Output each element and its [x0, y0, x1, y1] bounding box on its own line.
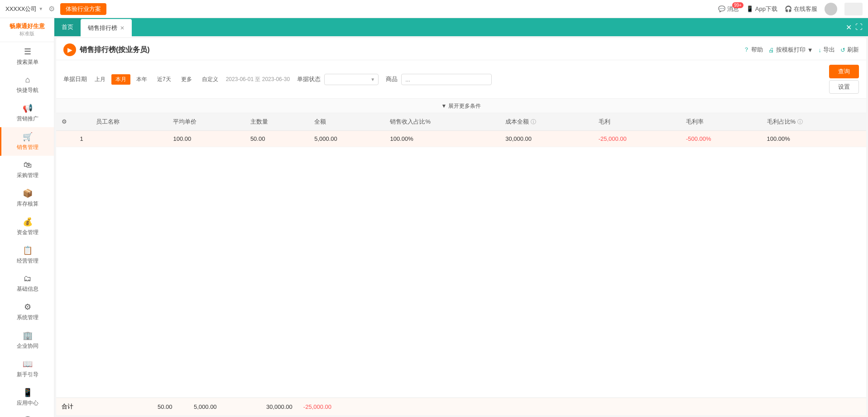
table-row: 1 100.00 50.00 5,000.00 100.00% 30,000.0…	[56, 130, 866, 147]
expand-toggle-btn[interactable]: ▶	[63, 43, 76, 56]
goods-input[interactable]	[401, 74, 492, 85]
cell-settings	[56, 130, 72, 147]
sidebar-item-label: 销售管理	[17, 144, 38, 151]
company-name: XXXXX公司	[5, 5, 37, 13]
system-icon: ⚙	[24, 302, 31, 312]
help-icon: ？	[743, 46, 749, 54]
sidebar-item-corp-collab[interactable]: 🏢 企业协同	[0, 326, 54, 355]
date-filter-group: 单据日期 上月 本月 本年 近7天 更多 自定义 2023-06-01 至 20…	[63, 74, 290, 85]
query-button[interactable]: 查询	[829, 65, 859, 78]
help-btn[interactable]: ？ 帮助	[743, 46, 763, 54]
cell-avg-price: 100.00	[168, 130, 245, 147]
date-tab-last-7-days[interactable]: 近7天	[153, 74, 175, 85]
window-close-icon[interactable]: ✕	[846, 23, 852, 32]
main-layout: 畅康通好生意 标准版 ☰ 搜索菜单 ⌂ 快捷导航 📢 营销推广 🛒 销售管理 🛍…	[0, 18, 868, 417]
col-avg-price: 平均单价	[168, 113, 245, 131]
export-btn[interactable]: ↓ 导出	[819, 46, 835, 54]
company-selector[interactable]: XXXXX公司 ▼	[5, 5, 43, 13]
footer-amount: 5,000.00	[188, 403, 225, 410]
sidebar-item-search-menu[interactable]: ☰ 搜索菜单	[0, 42, 54, 71]
sidebar-item-guide[interactable]: 📖 新手引导	[0, 355, 54, 383]
tab-close-icon[interactable]: ✕	[120, 25, 125, 31]
base-info-icon: 🗂	[24, 274, 32, 283]
print-icon: 🖨	[768, 47, 774, 53]
sidebar-item-finance[interactable]: 💰 资金管理	[0, 212, 54, 241]
sidebar-item-label: 资金管理	[17, 229, 38, 236]
status-select[interactable]	[324, 74, 379, 85]
tab-sales-ranking[interactable]: 销售排行榜 ✕	[81, 19, 132, 37]
refresh-icon: ↺	[840, 47, 845, 53]
column-settings-icon[interactable]: ⚙	[62, 118, 67, 125]
sidebar-item-label: 库存核算	[17, 200, 38, 208]
setting-button[interactable]: 设置	[829, 80, 859, 94]
window-expand-icon[interactable]: ⛶	[855, 23, 863, 31]
print-label: 按模板打印	[776, 46, 806, 54]
help-label: 帮助	[751, 46, 763, 54]
filter-bar: 单据日期 上月 本月 本年 近7天 更多 自定义 2023-06-01 至 20…	[56, 60, 866, 99]
online-service-btn[interactable]: 🎧 在线客服	[785, 5, 817, 13]
page-content: ▶ 销售排行榜(按业务员) ？ 帮助 🖨 按模板打印 ▼ ↓ 导	[56, 38, 866, 415]
status-filter-label: 单据状态	[297, 75, 321, 83]
cost-info-icon[interactable]: ⓘ	[531, 119, 536, 125]
sidebar-item-label: 采购管理	[17, 172, 38, 179]
sidebar-item-label: 系统管理	[17, 314, 38, 321]
date-tab-custom[interactable]: 自定义	[198, 74, 222, 85]
table-header-row: ⚙ 员工名称 平均单价 主数量 全额 销售收入占比% 成本全额 ⓘ 毛利	[56, 113, 866, 131]
col-gross: 毛利	[593, 113, 681, 131]
sidebar-item-label: 基础信息	[17, 285, 38, 293]
col-rank	[72, 113, 91, 131]
sidebar-item-system[interactable]: ⚙ 系统管理	[0, 297, 54, 326]
refresh-btn[interactable]: ↺ 刷新	[840, 46, 859, 54]
col-main-qty: 主数量	[245, 113, 309, 131]
sidebar-item-label: 营销推广	[17, 115, 38, 123]
message-btn[interactable]: 💬 消息 99+	[718, 5, 739, 13]
query-actions: 查询 设置	[829, 65, 859, 94]
sidebar-item-marketing[interactable]: 📢 营销推广	[0, 99, 54, 127]
date-tab-this-month[interactable]: 本月	[111, 74, 130, 85]
sidebar-item-operations[interactable]: 📋 经营管理	[0, 241, 54, 269]
col-settings: ⚙	[56, 113, 72, 131]
avatar-placeholder	[844, 3, 863, 15]
sidebar-item-label: 搜索菜单	[17, 58, 38, 66]
top-bar: XXXXX公司 ▼ ⚙ 体验行业方案 💬 消息 99+ 📱 App下载 🎧 在线…	[0, 0, 868, 18]
cell-gross-pct: 100.00%	[762, 130, 866, 147]
marketing-icon: 📢	[23, 103, 33, 113]
tab-home[interactable]: 首页	[54, 18, 81, 36]
expand-more-button[interactable]: ▼ 展开更多条件	[441, 102, 481, 110]
sidebar-item-quick-nav[interactable]: ⌂ 快捷导航	[0, 71, 54, 99]
content-area: 首页 销售排行榜 ✕ ✕ ⛶ ▶ 销售排行榜(按业务员) ？	[54, 18, 868, 417]
home-icon: ⌂	[25, 75, 30, 85]
online-service-label: 在线客服	[794, 5, 817, 13]
sidebar-item-corp-wechat[interactable]: 💬 企业微信	[0, 412, 54, 417]
logo-sub: 标准版	[19, 30, 34, 37]
inventory-icon: 📦	[23, 188, 33, 198]
footer-label: 合计	[62, 403, 80, 411]
print-btn[interactable]: 🖨 按模板打印 ▼	[768, 46, 813, 54]
export-label: 导出	[823, 46, 835, 54]
chevron-down-icon: ▼	[38, 6, 43, 11]
operations-icon: 📋	[23, 245, 33, 255]
sidebar-item-sales[interactable]: 🛒 销售管理	[0, 127, 54, 156]
message-badge: 99+	[732, 2, 743, 8]
gross-pct-info-icon[interactable]: ⓘ	[797, 119, 803, 125]
date-tab-more[interactable]: 更多	[177, 74, 196, 85]
sidebar-logo: 畅康通好生意 标准版	[0, 18, 54, 42]
date-tab-this-year[interactable]: 本年	[132, 74, 151, 85]
status-select-wrapper	[324, 74, 379, 85]
sidebar-item-inventory[interactable]: 📦 库存核算	[0, 184, 54, 212]
col-amount: 全额	[309, 113, 384, 131]
app-download-btn[interactable]: 📱 App下载	[746, 5, 777, 13]
date-tab-last-month[interactable]: 上月	[91, 74, 110, 85]
sidebar-item-purchase[interactable]: 🛍 采购管理	[0, 156, 54, 184]
date-filter-label: 单据日期	[63, 75, 87, 83]
sidebar-item-app-center[interactable]: 📱 应用中心	[0, 383, 54, 412]
sidebar-item-label: 企业协同	[17, 342, 38, 350]
avatar[interactable]	[825, 3, 837, 15]
trial-button[interactable]: 体验行业方案	[60, 3, 106, 15]
sidebar-item-base-info[interactable]: 🗂 基础信息	[0, 269, 54, 297]
gear-icon[interactable]: ⚙	[48, 5, 55, 13]
date-range-display: 2023-06-01 至 2023-06-30	[226, 76, 290, 83]
cell-amount: 5,000.00	[309, 130, 384, 147]
top-right-area: 💬 消息 99+ 📱 App下载 🎧 在线客服	[718, 3, 863, 15]
cell-rank: 1	[72, 130, 91, 147]
